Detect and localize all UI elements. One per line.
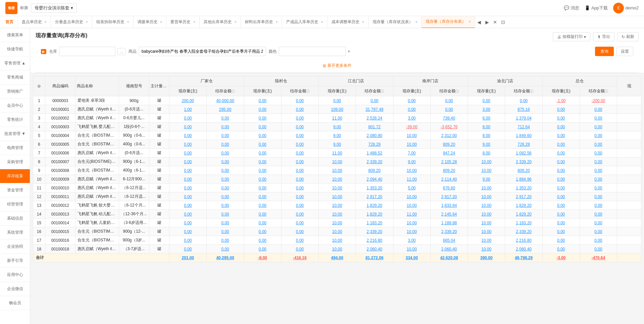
row-jiangbei-cost[interactable]: 1,829.20: [356, 201, 393, 210]
row-lucun-current[interactable]: 0.00: [244, 114, 281, 123]
sidebar-item-quick-nav[interactable]: 快捷导航: [0, 42, 30, 56]
row-nanan-cost[interactable]: 2,339.20: [430, 227, 468, 236]
row-lucun-cost[interactable]: 0.00: [281, 236, 318, 245]
row-yubei-current[interactable]: 10.00: [468, 227, 505, 236]
row-total-cost[interactable]: 0.00: [580, 157, 617, 166]
row-total-current[interactable]: 0.00: [542, 166, 580, 175]
row-yubei-cost[interactable]: 809.20: [505, 166, 542, 175]
close-icon[interactable]: ×: [127, 20, 129, 24]
row-lucun-current[interactable]: 0.00: [244, 123, 281, 131]
row-yubei-cost[interactable]: 1,849.60: [505, 131, 542, 140]
row-nanan-current[interactable]: -39.00: [393, 123, 430, 131]
sidebar-item-sys-mgmt[interactable]: 系统管理: [0, 226, 30, 240]
row-nanan-cost[interactable]: 2,105.28: [430, 157, 468, 166]
row-yubei-current[interactable]: 10.00: [468, 219, 505, 227]
row-yubei-cost[interactable]: 0.00: [505, 96, 542, 105]
row-total-cost[interactable]: 0.00: [580, 236, 617, 245]
row-yubei-current[interactable]: 10.00: [468, 201, 505, 210]
row-yubei-cost[interactable]: 1,884.96: [505, 175, 542, 184]
tab-expand-btn[interactable]: ⊡: [499, 16, 507, 28]
row-lucun-cost[interactable]: 0.00: [281, 166, 318, 175]
row-total-cost[interactable]: 0.00: [580, 114, 617, 123]
org-selector[interactable]: 母婴行业演示陈套 ▾: [31, 3, 77, 13]
row-changjia-current[interactable]: 0.00: [169, 210, 207, 219]
row-jiangbei-cost[interactable]: 1,353.20: [356, 184, 393, 192]
row-lucun-current[interactable]: 0.00: [244, 245, 281, 253]
row-yubei-cost[interactable]: 875.16: [505, 105, 542, 114]
row-changjia-cost[interactable]: 0.00: [207, 210, 244, 219]
row-yubei-current[interactable]: 10.00: [468, 245, 505, 253]
row-yubei-current[interactable]: 8.00: [468, 149, 505, 157]
row-lucun-cost[interactable]: 0.00: [281, 96, 318, 105]
row-changjia-cost[interactable]: 0.00: [207, 245, 244, 253]
row-nanan-cost[interactable]: 2,312.00: [430, 131, 468, 140]
row-total-current[interactable]: 0.00: [542, 140, 580, 149]
row-lucun-cost[interactable]: 0.00: [281, 114, 318, 123]
row-total-cost[interactable]: 0.00: [580, 175, 617, 184]
row-total-current[interactable]: 0.00: [542, 219, 580, 227]
row-total-current[interactable]: 0.00: [542, 157, 580, 166]
row-jiangbei-cost[interactable]: 2,339.20: [356, 227, 393, 236]
row-nanan-current[interactable]: 10.00: [393, 219, 430, 227]
settings-icon[interactable]: ⚙: [37, 84, 41, 89]
row-yubei-current[interactable]: 10.00: [468, 184, 505, 192]
row-lucun-current[interactable]: 0.00: [244, 192, 281, 201]
row-yubei-current[interactable]: 10.00: [468, 210, 505, 219]
row-total-current[interactable]: -1.00: [542, 96, 580, 105]
row-nanan-current[interactable]: 0.00: [393, 96, 430, 105]
sidebar-item-ecom-mgmt[interactable]: 电商管理: [0, 141, 30, 155]
row-changjia-cost[interactable]: 0.00: [207, 184, 244, 192]
row-lucun-cost[interactable]: 0.00: [281, 227, 318, 236]
row-total-current[interactable]: 0.00: [542, 114, 580, 123]
row-yubei-current[interactable]: 10.00: [468, 157, 505, 166]
tab-material-out[interactable]: 材料出库单历史 ×: [241, 16, 282, 28]
total-nanan-cost[interactable]: 42,620.08: [430, 253, 468, 262]
row-jiangbei-current[interactable]: 10.00: [319, 175, 356, 184]
close-icon[interactable]: ×: [362, 20, 364, 24]
export-btn[interactable]: ⬆ 导出: [593, 32, 614, 41]
row-lucun-cost[interactable]: 0.00: [281, 192, 318, 201]
sidebar-item-finance[interactable]: 资金管理: [0, 183, 30, 197]
close-icon[interactable]: ×: [469, 20, 471, 24]
tab-close-btn[interactable]: ✕: [491, 16, 499, 28]
row-lucun-cost[interactable]: 0.00: [281, 245, 318, 253]
row-jiangbei-cost[interactable]: 1,488.52: [356, 149, 393, 157]
sidebar-item-retail-mgmt[interactable]: 零售管理 ▲: [0, 56, 30, 71]
sidebar-item-base-info[interactable]: 基础信息: [0, 212, 30, 226]
row-lucun-current[interactable]: 0.00: [244, 149, 281, 157]
row-lucun-cost[interactable]: 0.00: [281, 123, 318, 131]
row-jiangbei-current[interactable]: 10.00: [319, 201, 356, 210]
row-nanan-cost[interactable]: 1,189.88: [430, 219, 468, 227]
row-jiangbei-cost[interactable]: 801.72: [356, 123, 393, 131]
row-yubei-cost[interactable]: 2,917.20: [505, 192, 542, 201]
tab-order-history[interactable]: 要货单历史 ×: [166, 16, 200, 28]
row-changjia-current[interactable]: 0.00: [169, 114, 207, 123]
row-total-current[interactable]: 0.00: [542, 105, 580, 114]
sidebar-item-member-center[interactable]: 会员中心: [0, 99, 30, 113]
tab-assembly[interactable]: 组装拆卸单历史 ×: [92, 16, 133, 28]
row-yubei-current[interactable]: 10.00: [468, 192, 505, 201]
close-icon[interactable]: ×: [416, 20, 418, 24]
row-total-current[interactable]: 0.00: [542, 123, 580, 131]
tab-product-in[interactable]: 产成品入库单历史 ×: [282, 16, 327, 28]
tab-inventory-single[interactable]: 盘点单历史 ×: [18, 16, 51, 28]
row-changjia-current[interactable]: 0.00: [169, 201, 207, 210]
row-yubei-current[interactable]: 9.00: [468, 175, 505, 184]
row-jiangbei-cost[interactable]: 2,060.40: [356, 245, 393, 253]
tab-home[interactable]: 首页: [1, 16, 18, 28]
row-yubei-current[interactable]: 3.00: [468, 105, 505, 114]
row-nanan-cost[interactable]: 0.00: [430, 105, 468, 114]
row-changjia-current[interactable]: 0.00: [169, 149, 207, 157]
row-lucun-current[interactable]: 0.00: [244, 166, 281, 175]
row-nanan-current[interactable]: 3.00: [393, 114, 430, 123]
sidebar-item-app-center[interactable]: 应用中心: [0, 268, 30, 282]
row-lucun-current[interactable]: 0.00: [244, 140, 281, 149]
row-total-current[interactable]: 0.00: [542, 210, 580, 219]
row-jiangbei-current[interactable]: 9.00: [319, 123, 356, 131]
row-nanan-current[interactable]: 10.00: [393, 245, 430, 253]
row-jiangbei-cost[interactable]: 2,339.20: [356, 157, 393, 166]
refresh-btn[interactable]: ↻ 刷新: [617, 32, 639, 41]
row-yubei-cost[interactable]: 1,082.56: [505, 149, 542, 157]
row-jiangbei-current[interactable]: 10.00: [319, 227, 356, 236]
row-yubei-cost[interactable]: 1,353.20: [505, 184, 542, 192]
